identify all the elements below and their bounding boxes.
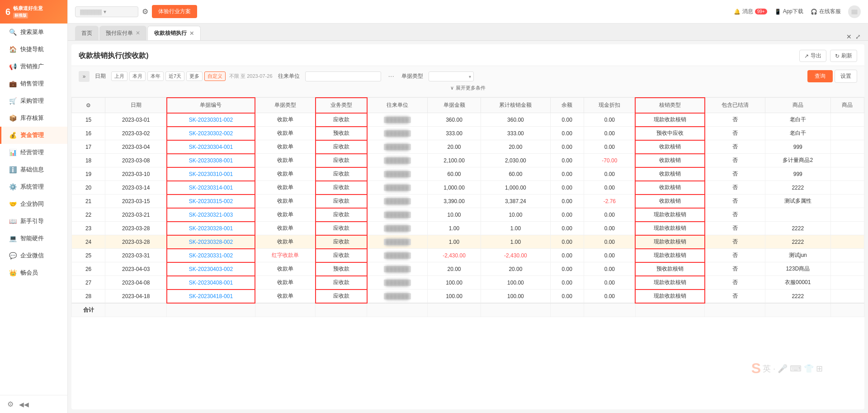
- row-bill-no[interactable]: SK-20230403-002: [167, 262, 255, 276]
- sidebar-item-wechat[interactable]: 💬 企业微信: [0, 247, 67, 264]
- sidebar-item-guide[interactable]: 📖 新手引导: [0, 213, 67, 230]
- user-avatar[interactable]: ▓▓: [848, 5, 861, 18]
- col-bill-no[interactable]: 单据编号: [167, 98, 255, 113]
- row-bill-no[interactable]: SK-20230408-001: [167, 276, 255, 290]
- row-bill-no[interactable]: SK-20230302-002: [167, 127, 255, 140]
- row-bill-no[interactable]: SK-20230315-002: [167, 195, 255, 208]
- table-row[interactable]: 212023-03-15SK-20230315-002收款单应收款██████3…: [72, 195, 864, 208]
- collapse-icon[interactable]: ◀◀: [19, 401, 29, 408]
- col-bill-amount[interactable]: 单据金额: [427, 98, 481, 113]
- bill-no-link[interactable]: SK-20230315-002: [189, 198, 233, 204]
- topbar-gear-icon[interactable]: ⚙: [142, 7, 148, 16]
- col-include-settled[interactable]: 包含已结清: [705, 98, 765, 113]
- company-selector[interactable]: ▓▓▓▓▓▓ ▾: [75, 6, 138, 17]
- sidebar-item-enterprise[interactable]: 🤝 企业协同: [0, 195, 67, 213]
- tab-prepay-close[interactable]: ✕: [136, 30, 140, 36]
- sidebar-item-finance[interactable]: 💰 资金管理: [0, 127, 67, 144]
- table-row[interactable]: 202023-03-14SK-20230314-001收款单应收款██████1…: [72, 181, 864, 195]
- table-row[interactable]: 262023-04-03SK-20230403-002收款单预收款██████2…: [72, 262, 864, 276]
- row-bill-no[interactable]: SK-20230310-001: [167, 167, 255, 181]
- bill-no-link[interactable]: SK-20230331-002: [189, 252, 233, 259]
- last-month-button[interactable]: 上月: [111, 71, 127, 81]
- refresh-button[interactable]: ↻ 刷新: [830, 50, 857, 62]
- table-row[interactable]: 152023-03-01SK-20230301-002收款单应收款██████3…: [72, 113, 864, 127]
- last-7days-button[interactable]: 近7天: [165, 71, 184, 81]
- sidebar-item-inventory[interactable]: 📦 库存核算: [0, 109, 67, 127]
- sidebar-item-hardware[interactable]: 💻 智能硬件: [0, 230, 67, 247]
- bill-no-link[interactable]: SK-20230408-001: [189, 280, 233, 286]
- bill-no-link[interactable]: SK-20230321-003: [189, 212, 233, 218]
- custom-date-button[interactable]: 自定义: [204, 71, 226, 81]
- bill-no-link[interactable]: SK-20230328-001: [189, 225, 233, 232]
- sidebar-item-operation[interactable]: 📊 经营管理: [0, 144, 67, 161]
- export-button[interactable]: ↗ 导出: [799, 50, 826, 62]
- bill-no-link[interactable]: SK-20230308-001: [189, 157, 233, 164]
- table-row[interactable]: 232023-03-28SK-20230328-001收款单应收款██████1…: [72, 222, 864, 235]
- bill-no-link[interactable]: SK-20230418-001: [189, 293, 233, 299]
- row-bill-no[interactable]: SK-20230328-001: [167, 222, 255, 235]
- col-product2[interactable]: 商品: [830, 98, 864, 113]
- col-settings[interactable]: ⚙: [72, 98, 105, 113]
- table-row[interactable]: 242023-03-28SK-20230328-002收款单应收款██████1…: [72, 235, 864, 249]
- table-row[interactable]: 192023-03-10SK-20230310-001收款单应收款██████6…: [72, 167, 864, 181]
- partner-input[interactable]: [305, 71, 381, 81]
- table-row[interactable]: 162023-03-02SK-20230302-002收款单预收款██████3…: [72, 127, 864, 140]
- table-row[interactable]: 252023-03-31SK-20230331-002红字收款单应收款█████…: [72, 249, 864, 262]
- col-partner[interactable]: 往来单位: [367, 98, 428, 113]
- tab-close-all-icon[interactable]: ✕: [846, 33, 852, 40]
- col-biz-type[interactable]: 业务类型: [316, 98, 367, 113]
- bill-no-link[interactable]: SK-20230302-002: [189, 130, 233, 137]
- table-row[interactable]: 222023-03-21SK-20230321-003收款单应收款██████1…: [72, 208, 864, 222]
- sidebar-item-system[interactable]: ⚙️ 系统管理: [0, 178, 67, 195]
- bill-no-link[interactable]: SK-20230328-002: [189, 239, 233, 245]
- settings-gear-icon[interactable]: ⚙: [7, 400, 14, 408]
- col-cumulative[interactable]: 累计核销金额: [481, 98, 550, 113]
- expand-more-row[interactable]: ∨ 展开更多条件: [79, 83, 857, 93]
- bill-no-link[interactable]: SK-20230310-001: [189, 171, 233, 177]
- query-button[interactable]: 查询: [807, 70, 833, 82]
- row-bill-no[interactable]: SK-20230314-001: [167, 181, 255, 195]
- bill-no-link[interactable]: SK-20230403-002: [189, 266, 233, 272]
- col-cash-discount[interactable]: 现金折扣: [584, 98, 635, 113]
- row-bill-no[interactable]: SK-20230308-001: [167, 154, 255, 167]
- row-bill-no[interactable]: SK-20230418-001: [167, 290, 255, 304]
- row-bill-no[interactable]: SK-20230301-002: [167, 113, 255, 127]
- col-bill-type[interactable]: 单据类型: [255, 98, 316, 113]
- settings-button[interactable]: 设置: [835, 70, 857, 83]
- more-date-button[interactable]: 更多: [186, 71, 203, 81]
- sidebar-item-sales[interactable]: 💼 销售管理: [0, 75, 67, 92]
- bill-no-link[interactable]: SK-20230301-002: [189, 117, 233, 123]
- table-row[interactable]: 282023-04-18SK-20230418-001收款单应收款██████1…: [72, 290, 864, 304]
- sidebar-item-search[interactable]: 🔍 搜索菜单: [0, 24, 67, 41]
- this-year-button[interactable]: 本年: [147, 71, 164, 81]
- col-write-off-type[interactable]: 核销类型: [635, 98, 704, 113]
- sidebar-item-purchase[interactable]: 🛒 采购管理: [0, 92, 67, 109]
- partner-dots[interactable]: ···: [387, 72, 396, 81]
- app-download-item[interactable]: 📱 App下载: [774, 8, 803, 15]
- row-bill-no[interactable]: SK-20230321-003: [167, 208, 255, 222]
- col-date[interactable]: 日期: [105, 98, 167, 113]
- sidebar-item-quicknav[interactable]: 🏠 快捷导航: [0, 41, 67, 58]
- bill-no-link[interactable]: SK-20230314-001: [189, 185, 233, 191]
- sidebar-item-marketing[interactable]: 📢 营销推广: [0, 58, 67, 75]
- filter-expand-button[interactable]: »: [79, 71, 90, 82]
- bill-no-link[interactable]: SK-20230304-001: [189, 144, 233, 150]
- sidebar-item-basic[interactable]: ℹ️ 基础信息: [0, 161, 67, 178]
- row-bill-no[interactable]: SK-20230328-002: [167, 235, 255, 249]
- tab-receivable-close[interactable]: ✕: [189, 30, 194, 37]
- sidebar-item-member[interactable]: 👑 畅会员: [0, 264, 67, 281]
- table-row[interactable]: 182023-03-08SK-20230308-001收款单应收款██████2…: [72, 154, 864, 167]
- table-row[interactable]: 272023-04-08SK-20230408-001收款单应收款██████1…: [72, 276, 864, 290]
- this-month-button[interactable]: 本月: [129, 71, 146, 81]
- row-bill-no[interactable]: SK-20230304-001: [167, 140, 255, 154]
- industry-solution-button[interactable]: 体验行业方案: [152, 5, 197, 18]
- tab-prepay[interactable]: 预付应付单 ✕: [99, 26, 146, 40]
- tab-expand-icon[interactable]: ⤢: [855, 33, 861, 40]
- row-bill-no[interactable]: SK-20230331-002: [167, 249, 255, 262]
- tab-home[interactable]: 首页: [75, 26, 99, 40]
- customer-service-item[interactable]: 🎧 在线客服: [811, 8, 841, 15]
- tab-receivable[interactable]: 收款核销执行 ✕: [147, 26, 201, 40]
- col-product[interactable]: 商品: [765, 98, 830, 113]
- col-balance[interactable]: 余额: [550, 98, 584, 113]
- receipt-type-select[interactable]: [429, 71, 474, 81]
